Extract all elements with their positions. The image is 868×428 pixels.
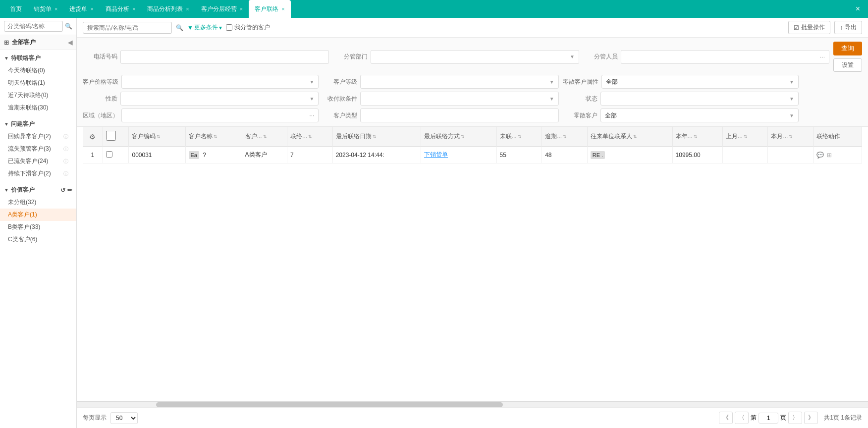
sidebar-item-c-class[interactable]: C类客户(6) (0, 233, 76, 246)
page-input[interactable] (759, 413, 778, 424)
cell-last-contact-date: 2023-04-12 14:44: (332, 147, 421, 163)
sidebar-item-repurchase-abnormal[interactable]: 回购异常客户(2) ⓘ (0, 130, 76, 143)
first-page-button[interactable]: 《 (719, 412, 733, 424)
region-dots-icon[interactable]: ··· (309, 112, 314, 119)
edit-icon[interactable]: ✏ (67, 187, 72, 194)
phone-input[interactable] (120, 50, 329, 64)
more-filters-button[interactable]: ▼ 更多条件 ▾ (187, 23, 222, 32)
sidebar-item-declining[interactable]: 持续下滑客户(2) ⓘ (0, 167, 76, 180)
region-input[interactable]: ··· (121, 108, 319, 122)
next-page-button[interactable]: 〉 (788, 412, 802, 424)
customer-level-select[interactable]: ▼ (360, 75, 558, 89)
payment-select[interactable]: ▼ (360, 92, 558, 106)
th-this-year[interactable]: 本年... ⇅ (672, 127, 722, 147)
sidebar-item-today[interactable]: 今天待联络(0) (0, 64, 76, 77)
main-layout: 🔍 ⊞ 全部客户 ◀ ▼ 待联络客户 今天待联络(0) 明天待联络(1) 近7天… (0, 18, 868, 428)
status-select[interactable]: ▼ (600, 92, 799, 106)
sidebar-item-overdue[interactable]: 逾期未联络(30) (0, 102, 76, 114)
my-customers-checkbox[interactable]: 我分管的客户 (226, 23, 270, 32)
th-code[interactable]: 客户编码 ⇅ (129, 127, 185, 147)
th-last-month[interactable]: 上月... ⇅ (722, 127, 768, 147)
nav-sales[interactable]: 销货单 × (28, 0, 63, 18)
arrow-icon-2: ▼ (4, 121, 9, 127)
sidebar-search-input[interactable] (4, 21, 63, 32)
sidebar-section-title-value[interactable]: ▼ 价值客户 ↺ ✏ (0, 184, 76, 196)
sidebar-section-actions: ↺ ✏ (60, 187, 72, 194)
th-unit-contacts[interactable]: 往来单位联系人 ⇅ (587, 127, 672, 147)
search-input[interactable] (83, 22, 172, 34)
cell-last-contact-type[interactable]: 下销货单 (421, 147, 497, 163)
sidebar-item-ungrouped[interactable]: 未分组(32) (0, 196, 76, 209)
sidebar-item-tomorrow[interactable]: 明天待联络(1) (0, 77, 76, 89)
prev-page-button[interactable]: 〈 (735, 412, 749, 424)
phone-label: 电话号码 (83, 53, 117, 61)
more-icon[interactable]: ⊞ (827, 152, 832, 159)
my-customers-check[interactable] (226, 24, 232, 31)
nav-customer-segment-close[interactable]: × (240, 6, 243, 12)
nav-customer-segment[interactable]: 客户分层经营 × (195, 0, 249, 18)
sidebar-collapse-button[interactable]: ◀ (68, 39, 72, 46)
th-this-month[interactable]: 本月... ⇅ (768, 127, 814, 147)
batch-operation-button[interactable]: ☑ 批量操作 (788, 21, 830, 34)
sort-icon-unit: ⇅ (633, 134, 637, 139)
th-checkbox[interactable] (103, 127, 129, 147)
table-scroll-bar[interactable] (77, 401, 868, 407)
nav-home[interactable]: 首页 (4, 0, 28, 18)
nature-select[interactable]: ▼ (120, 92, 319, 106)
scatter-customer-select[interactable]: 全部 ▼ (600, 108, 799, 122)
nav-product-list[interactable]: 商品分析列表 × (141, 0, 195, 18)
nav-product-analysis-close[interactable]: × (132, 6, 135, 12)
sort-icon-not-contact: ⇅ (518, 134, 522, 139)
sidebar-search-icon[interactable]: 🔍 (65, 23, 72, 30)
sidebar-item-churn-warning[interactable]: 流失预警客户(3) ⓘ (0, 143, 76, 155)
nav-purchase[interactable]: 进货单 × (63, 0, 99, 18)
filter-group-customer-level: 客户等级 ▼ (323, 75, 558, 89)
th-overdue[interactable]: 逾期... ⇅ (542, 127, 588, 147)
search-button[interactable]: 🔍 (176, 24, 183, 31)
th-last-contact-date[interactable]: 最后联络日期 ⇅ (332, 127, 421, 147)
th-settings[interactable]: ⚙ (83, 127, 103, 147)
sidebar-item-7days[interactable]: 近7天待联络(0) (0, 89, 76, 102)
refresh-icon[interactable]: ↺ (60, 187, 65, 194)
th-not-contact[interactable]: 未联... ⇅ (496, 127, 542, 147)
filter-icon: ▼ (187, 24, 193, 31)
nav-sales-close[interactable]: × (54, 6, 57, 12)
manager-input[interactable]: ··· (621, 50, 829, 64)
last-page-button[interactable]: 》 (804, 412, 818, 424)
nav-product-analysis[interactable]: 商品分析 × (100, 0, 141, 18)
nav-purchase-close[interactable]: × (90, 6, 93, 12)
page-label: 第 (751, 414, 757, 422)
sidebar-section-title-pending[interactable]: ▼ 待联络客户 (0, 52, 76, 64)
sidebar-item-churned[interactable]: 已流失客户(24) ⓘ (0, 155, 76, 167)
th-actions: 联络动作 (813, 127, 862, 147)
customer-type-input[interactable] (360, 108, 558, 122)
scatter-attr-select[interactable]: 全部 ▼ (601, 75, 799, 89)
row-checkbox[interactable] (106, 151, 112, 158)
scroll-bar-thumb[interactable] (156, 402, 503, 407)
message-icon[interactable]: 💬 (816, 152, 824, 159)
cell-checkbox[interactable] (103, 147, 129, 163)
export-button[interactable]: ↑ 导出 (834, 21, 862, 34)
gear-icon[interactable]: ⚙ (89, 133, 96, 141)
sidebar-item-a-class[interactable]: A类客户(1) (0, 209, 76, 221)
th-name[interactable]: 客户名称 ⇅ (185, 127, 242, 147)
manager-dots-icon[interactable]: ··· (820, 54, 825, 60)
settings-button[interactable]: 设置 (833, 58, 862, 72)
department-select[interactable]: ▼ (371, 50, 579, 64)
nav-customer-contact-close[interactable]: × (281, 6, 284, 12)
last-contact-type-link[interactable]: 下销货单 (424, 151, 448, 158)
info-icon-4: ⓘ (63, 170, 68, 177)
th-last-contact-type[interactable]: 最后联络方式 ⇅ (421, 127, 497, 147)
nav-product-list-close[interactable]: × (186, 6, 189, 12)
query-button[interactable]: 查询 (833, 42, 862, 55)
sidebar-item-b-class[interactable]: B类客户(33) (0, 221, 76, 233)
nav-customer-contact[interactable]: 客户联络 × (249, 0, 290, 18)
sidebar-section-title-problem[interactable]: ▼ 问题客户 (0, 118, 76, 130)
page-size-select[interactable]: 50 100 200 (110, 412, 138, 424)
page-unit-label: 页 (780, 414, 786, 422)
th-contact[interactable]: 联络... ⇅ (287, 127, 333, 147)
select-all-checkbox[interactable] (106, 131, 116, 141)
price-level-select[interactable]: ▼ (121, 75, 319, 89)
close-all-button[interactable]: × (852, 4, 864, 13)
th-grade[interactable]: 客户... ⇅ (242, 127, 287, 147)
